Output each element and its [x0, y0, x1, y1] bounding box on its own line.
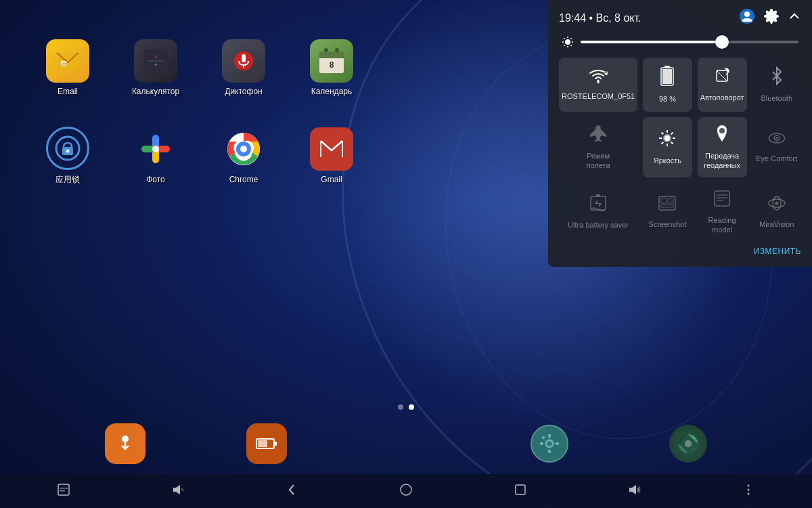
ultrabattery-icon — [590, 194, 606, 216]
svg-point-50 — [747, 488, 749, 490]
qs-location-label: Передачагеоданных — [704, 151, 740, 171]
svg-text:×: × — [154, 54, 158, 60]
svg-point-93 — [775, 201, 778, 205]
brightness-slider[interactable] — [581, 41, 798, 43]
svg-rect-35 — [548, 434, 551, 438]
svg-point-20 — [152, 146, 159, 152]
svg-point-28 — [122, 436, 129, 442]
navbar — [0, 474, 812, 508]
qs-toggle-brightness[interactable]: Яркость — [643, 117, 692, 177]
eye-comfort-icon — [767, 131, 787, 150]
app-voice-label: Диктофон — [225, 87, 262, 96]
location-icon — [715, 124, 729, 147]
app-gmail[interactable]: Gmail — [291, 115, 372, 196]
svg-rect-84 — [661, 198, 667, 203]
svg-line-60 — [570, 45, 571, 45]
bluetooth-icon — [770, 66, 784, 89]
svg-line-59 — [564, 38, 564, 39]
nav-vol-down[interactable] — [165, 477, 191, 506]
svg-rect-43 — [60, 490, 65, 492]
svg-rect-41 — [58, 484, 69, 495]
svg-rect-31 — [274, 442, 277, 446]
autorotate-icon — [713, 67, 731, 89]
qs-toggle-miravision[interactable]: MiraVision — [752, 183, 801, 242]
dock-assistant[interactable] — [669, 425, 707, 463]
svg-text:8: 8 — [330, 60, 334, 70]
svg-line-45 — [181, 488, 183, 491]
qs-ultrabattery-label: Ultra battery saver — [568, 220, 629, 230]
dock-battery[interactable] — [246, 423, 287, 464]
svg-rect-47 — [516, 485, 525, 494]
nav-back[interactable] — [279, 477, 304, 506]
svg-rect-82 — [596, 194, 600, 196]
qs-header: 19:44 • Вс, 8 окт. — [559, 8, 801, 28]
qs-battery-label: 98 % — [659, 94, 676, 104]
app-applock[interactable]: 应用锁 — [27, 115, 108, 196]
svg-rect-10 — [242, 54, 246, 62]
qs-wifi-label: ROSTELECOM_0F51 — [562, 91, 635, 101]
svg-point-24 — [240, 146, 247, 152]
qs-toggle-wifi[interactable]: ROSTELECOM_0F51 — [559, 58, 637, 112]
qs-toggle-location[interactable]: Передачагеоданных — [698, 117, 747, 177]
qs-settings-icon[interactable] — [763, 8, 780, 28]
app-voice[interactable]: Диктофон — [203, 27, 284, 108]
nav-recent[interactable] — [51, 477, 76, 506]
screenshot-icon — [658, 195, 677, 215]
app-calculator[interactable]: × + Калькулятор — [115, 27, 196, 108]
dock-settings-gear[interactable] — [531, 425, 568, 463]
nav-vol-up[interactable] — [621, 477, 647, 506]
page-indicators — [398, 404, 414, 410]
svg-point-49 — [747, 484, 749, 486]
svg-point-53 — [744, 12, 750, 17]
nav-square[interactable] — [508, 477, 533, 506]
svg-line-61 — [570, 38, 571, 39]
brightness-row — [559, 36, 801, 48]
svg-line-77 — [662, 142, 664, 144]
page-dot-2[interactable] — [409, 404, 414, 410]
nav-home[interactable] — [393, 477, 419, 506]
qs-toggle-autorotate[interactable]: Автоповорот — [698, 58, 747, 112]
qs-toggle-eyecomfort[interactable]: Eye Comfort — [752, 117, 801, 177]
qs-header-icons — [739, 8, 801, 28]
svg-line-76 — [671, 133, 673, 135]
svg-point-19 — [66, 149, 70, 152]
wifi-icon — [589, 68, 608, 87]
app-chrome[interactable]: Chrome — [203, 115, 284, 196]
airplane-icon — [589, 124, 608, 147]
qs-toggle-ultrabattery[interactable]: Ultra battery saver — [559, 183, 637, 242]
app-email[interactable]: @ Email — [27, 27, 108, 108]
svg-rect-42 — [60, 488, 68, 489]
qs-screenshot-label: Screenshot — [649, 219, 687, 229]
app-calendar[interactable]: 8 Календарь — [291, 27, 372, 108]
svg-rect-87 — [715, 191, 729, 206]
qs-edit-button[interactable]: ИЗМЕНИТЬ — [559, 247, 801, 256]
qs-toggle-battery[interactable]: 98 % — [643, 58, 692, 112]
svg-point-54 — [565, 39, 570, 45]
qs-toggle-reading[interactable]: Readingmodel — [698, 183, 747, 242]
qs-brightness-tile-label: Яркость — [654, 156, 681, 165]
dock-share[interactable] — [105, 423, 145, 464]
svg-rect-13 — [319, 51, 344, 58]
qs-airplane-label: Режимполета — [587, 151, 610, 171]
page-dot-1[interactable] — [398, 404, 403, 410]
svg-rect-37 — [540, 442, 543, 445]
qs-collapse-icon[interactable] — [788, 9, 801, 26]
qs-toggle-screenshot[interactable]: Screenshot — [643, 183, 692, 242]
qs-datetime: 19:44 • Вс, 8 окт. — [559, 12, 641, 24]
battery-icon — [660, 66, 674, 90]
qs-user-icon[interactable] — [739, 8, 755, 28]
qs-toggle-airplane[interactable]: Режимполета — [559, 117, 637, 177]
app-calendar-label: Календарь — [311, 87, 353, 96]
app-photos[interactable]: Фото — [115, 115, 196, 196]
svg-line-74 — [662, 133, 664, 135]
svg-rect-32 — [258, 440, 267, 447]
svg-point-69 — [664, 135, 670, 141]
qs-toggle-bluetooth[interactable]: Bluetooth — [752, 58, 801, 112]
qs-eyecomfort-label: Eye Comfort — [756, 154, 797, 163]
nav-more[interactable] — [736, 477, 761, 506]
quick-settings-panel: 19:44 • Вс, 8 окт. — [548, 0, 812, 267]
svg-rect-85 — [668, 198, 673, 203]
brightness-tile-icon — [658, 129, 677, 152]
svg-point-80 — [775, 137, 778, 140]
app-chrome-label: Chrome — [229, 175, 258, 184]
